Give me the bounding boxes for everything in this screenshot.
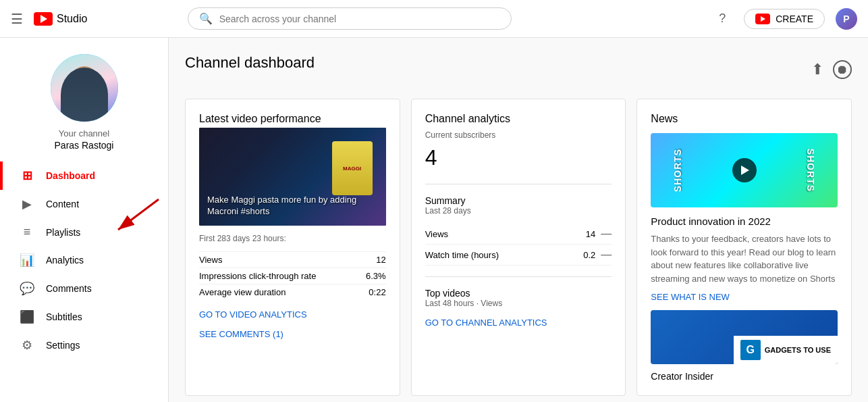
settings-icon: ⚙ <box>19 338 35 353</box>
analytics-watchtime-num: 0.2 <box>583 250 595 260</box>
upload-icon[interactable]: ⬆ <box>811 61 823 78</box>
top-videos-title: Top videos <box>425 288 612 299</box>
news-image: SHORTS SHORTS <box>651 133 838 207</box>
logo-area: Studio <box>34 12 87 26</box>
main-content: Channel dashboard ⬆ ⏺ Latest video perfo… <box>169 38 868 402</box>
divider <box>425 184 612 184</box>
live-icon[interactable]: ⏺ <box>833 60 852 79</box>
comments-icon: 💬 <box>19 281 35 296</box>
header: ☰ Studio 🔍 ? CREATE P <box>0 0 868 38</box>
sidebar-item-label: Content <box>46 199 79 209</box>
subscribers-count: 4 <box>425 145 612 170</box>
go-to-channel-analytics-btn[interactable]: GO TO CHANNEL ANALYTICS <box>425 318 612 328</box>
search-input[interactable] <box>219 14 500 24</box>
g-icon: G <box>740 340 761 360</box>
see-what-is-new-btn[interactable]: SEE WHAT IS NEW <box>651 292 838 302</box>
channel-avatar[interactable] <box>51 54 118 122</box>
top-videos-section: Top videos Last 48 hours · Views <box>425 288 612 308</box>
your-channel-label: Your channel <box>59 128 109 139</box>
stat-row-duration: Average view duration 0:22 <box>199 284 386 300</box>
stat-value-views: 12 <box>376 255 385 265</box>
analytics-views-value: 14 — <box>586 228 612 240</box>
analytics-views-label: Views <box>425 229 448 239</box>
channel-analytics-title: Channel analytics <box>425 113 612 125</box>
header-right: ? CREATE P <box>711 8 857 30</box>
dashboard-icon: ⊞ <box>19 168 35 183</box>
news-article-title: Product innovation in 2022 <box>651 216 838 227</box>
stat-label-duration: Average view duration <box>199 287 286 297</box>
sidebar-item-label: Comments <box>46 283 92 294</box>
user-avatar[interactable]: P <box>836 8 857 30</box>
stats-subtitle: First 283 days 23 hours: <box>199 234 386 243</box>
divider-2 <box>425 276 612 277</box>
sidebar-item-label: Subtitles <box>46 311 82 322</box>
analytics-watchtime-value: 0.2 — <box>583 249 612 261</box>
create-button[interactable]: CREATE <box>744 9 825 29</box>
create-play-triangle <box>761 16 765 22</box>
help-button[interactable]: ? <box>711 8 733 30</box>
content-icon: ▶ <box>19 197 35 211</box>
header-left: ☰ Studio <box>11 11 87 27</box>
studio-label: Studio <box>57 13 87 25</box>
search-bar[interactable]: 🔍 <box>188 7 512 30</box>
subtitles-icon: ⬛ <box>19 309 35 324</box>
news-card: News SHORTS SHORTS Product innovation in… <box>636 99 852 396</box>
sidebar-item-label: Analytics <box>46 255 84 266</box>
stat-label-ctr: Impressions click-through rate <box>199 271 316 281</box>
sidebar-item-dashboard[interactable]: ⊞ Dashboard <box>0 161 168 190</box>
product-label: MAGGI <box>343 166 361 172</box>
hamburger-menu[interactable]: ☰ <box>11 11 23 27</box>
layout: Your channel Paras Rastogi ⊞ Dashboard ▶… <box>0 38 868 402</box>
playlists-icon: ≡ <box>19 225 35 239</box>
sidebar-item-comments[interactable]: 💬 Comments <box>0 274 168 303</box>
see-comments-btn[interactable]: SEE COMMENTS (1) <box>199 329 386 339</box>
news-description: Thanks to your feedback, creators have l… <box>651 232 838 285</box>
analytics-icon: 📊 <box>19 253 35 268</box>
top-videos-subtitle: Last 48 hours · Views <box>425 299 612 308</box>
sidebar: Your channel Paras Rastogi ⊞ Dashboard ▶… <box>0 38 169 402</box>
trend-icon-views: — <box>601 228 612 240</box>
analytics-views-row: Views 14 — <box>425 224 612 245</box>
stat-label-views: Views <box>199 255 222 265</box>
create-label: CREATE <box>776 14 813 24</box>
sidebar-item-analytics[interactable]: 📊 Analytics <box>0 246 168 274</box>
gadgets-to-use-logo: G GADGETS TO USE <box>734 336 838 364</box>
avatar-person <box>61 68 108 122</box>
channel-info: Your channel Paras Rastogi <box>0 38 168 161</box>
sidebar-item-settings[interactable]: ⚙ Settings <box>0 331 168 359</box>
sidebar-item-content[interactable]: ▶ Content <box>0 190 168 218</box>
sidebar-item-label: Playlists <box>46 227 80 238</box>
video-caption: Make Maggi pasta more fun by adding Macr… <box>207 195 378 218</box>
gadgets-label: GADGETS TO USE <box>765 346 831 354</box>
product-overlay: MAGGI <box>332 141 373 195</box>
youtube-logo <box>34 12 53 26</box>
sidebar-item-label: Settings <box>46 340 80 351</box>
stat-row-views: Views 12 <box>199 251 386 268</box>
sidebar-item-playlists[interactable]: ≡ Playlists <box>0 218 168 246</box>
subscribers-label: Current subscribers <box>425 130 612 140</box>
sidebar-item-label: Dashboard <box>46 170 95 181</box>
yt-play-icon <box>40 15 47 23</box>
shorts-label-right: SHORTS <box>805 149 816 192</box>
dashboard-grid: Latest video performance MAGGI Make Magg… <box>185 99 852 396</box>
search-icon: 🔍 <box>199 12 213 25</box>
news-play-button[interactable] <box>732 158 757 182</box>
news-title-heading: News <box>651 113 838 125</box>
analytics-watchtime-label: Watch time (hours) <box>425 250 499 260</box>
create-video-icon <box>755 14 770 24</box>
summary-title: Summary <box>425 195 612 206</box>
stat-row-ctr: Impressions click-through rate 6.3% <box>199 268 386 284</box>
video-thumbnail[interactable]: MAGGI Make Maggi pasta more fun by addin… <box>199 128 386 226</box>
trend-icon-watchtime: — <box>601 249 612 261</box>
sidebar-item-subtitles[interactable]: ⬛ Subtitles <box>0 303 168 331</box>
analytics-views-num: 14 <box>586 229 595 239</box>
page-title: Channel dashboard <box>185 54 315 72</box>
latest-video-card: Latest video performance MAGGI Make Magg… <box>185 99 400 396</box>
creator-insider-card: G GADGETS TO USE <box>651 310 838 364</box>
creator-insider-label: Creator Insider <box>651 371 838 382</box>
summary-period: Last 28 days <box>425 206 612 216</box>
channel-analytics-card: Channel analytics Current subscribers 4 … <box>411 99 626 396</box>
stat-value-duration: 0:22 <box>369 287 385 297</box>
go-to-video-analytics-btn[interactable]: GO TO VIDEO ANALYTICS <box>199 309 386 320</box>
shorts-label-left: SHORTS <box>673 149 684 192</box>
